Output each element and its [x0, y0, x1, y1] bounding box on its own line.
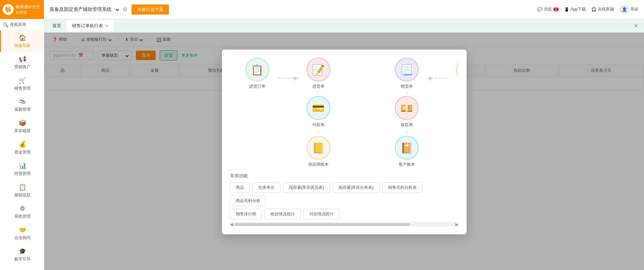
sidebar-logo: 畅 畅康通好生意 标准版 [0, 0, 44, 19]
content-area: ❓ 帮助 🖨 按模板打印 ⬆ 导出 🔄 刷新 [44, 33, 644, 270]
sidebar-item-enterprise[interactable]: 🤝 企业协同 [0, 223, 44, 244]
avatar-icon: 👤 [622, 7, 627, 12]
clipboard-icon: 📋 [19, 183, 26, 191]
supplier-ledger-icon: 📒 [307, 136, 330, 160]
money-icon: 💰 [19, 141, 26, 148]
sidebar-nav: 🏠 快捷导航 📢 营销推广 🛒 销售管理 🛍 采购管理 📦 库存核算 💰 [0, 31, 44, 270]
topbar: 装备及固定资产辅助管理系统 ⚙ 体验行业方案 💬 消息 5 📱 App下载 🎧 [44, 0, 644, 19]
sales-order-icon: 🗒 [456, 58, 458, 82]
tab-home[interactable]: 首页 [47, 20, 67, 32]
common-buttons-row1: 商品 往来单位 现存量(库存状况表) 现存量(库存分布表) 销售毛利分析表 商品… [230, 182, 458, 206]
bag-icon: 🛍 [19, 98, 25, 105]
common-btn-inventory-dist[interactable]: 现存量(库存分布表) [333, 182, 380, 193]
avatar: 👤 [620, 5, 629, 14]
system-dropdown[interactable] [116, 8, 119, 11]
user-action[interactable]: 👤 用友 [620, 5, 639, 14]
sidebar-item-operations[interactable]: 📊 经营管理 [0, 159, 44, 180]
sidebar-item-sales[interactable]: 🛒 销售管理 [0, 73, 44, 95]
spacer-4 [339, 128, 386, 134]
flow-item-purchase-order[interactable]: 📋 进货订单 [237, 58, 278, 89]
home-icon: 🏠 [19, 34, 26, 41]
cart-icon: 🛒 [19, 77, 26, 84]
payment-icon: 💳 [307, 96, 330, 120]
sidebar-item-marketing[interactable]: 📢 营销推广 [0, 52, 44, 73]
down-arrow-payment: ↓ [298, 128, 339, 134]
flow-item-customer-ledger[interactable]: 📔 客户账本 [386, 136, 427, 167]
common-functions: 常用功能 商品 往来单位 现存量(库存状况表) 现存量(库存分布表) 销售毛利分… [230, 173, 458, 219]
service-icon: 🎧 [591, 7, 596, 12]
purchase-bill-icon: 📝 [307, 58, 330, 82]
sidebar-item-quick-nav[interactable]: 🏠 快捷导航 [0, 31, 44, 52]
chart-icon: 📊 [19, 162, 26, 169]
down-arrow-purchase: ↓ [298, 89, 339, 95]
chevron-down-icon [116, 8, 119, 11]
graduation-icon: 🎓 [19, 248, 26, 255]
system-title: 装备及固定资产辅助管理系统 [50, 6, 111, 13]
customer-ledger-icon: 📔 [395, 136, 419, 160]
scroll-left-arrow[interactable]: ◀ [230, 222, 233, 227]
tab-close-icon[interactable]: ✕ [105, 23, 108, 28]
sidebar-item-basic-info[interactable]: 📋 基础信息 [0, 180, 44, 201]
trial-button[interactable]: 体验行业方案 [132, 4, 169, 15]
sidebar-item-newbie[interactable]: 🎓 新手引导 [0, 244, 44, 266]
online-service-action[interactable]: 🎧 在线客服 [591, 6, 614, 12]
sidebar-search[interactable]: 🔍 搜索菜单 [0, 19, 44, 31]
spacer-purchase-order [237, 89, 278, 95]
scroll-thumb [234, 223, 410, 226]
gear-icon: ⚙ [20, 205, 25, 212]
box-icon: 📦 [19, 119, 26, 127]
common-btn-product-margin[interactable]: 商品毛利分析 [230, 196, 266, 206]
flow-item-payment[interactable]: 💳 付款单 [298, 96, 339, 128]
flow-modal: 📋 进货订单 ▶ [222, 50, 467, 234]
common-buttons-row2: 销售排行榜 收款情况统计 付款情况统计 [230, 209, 458, 219]
common-btn-inventory-status[interactable]: 现存量(库存状况表) [283, 182, 330, 193]
modal-scroll: 📋 进货订单 ▶ [230, 58, 458, 219]
megaphone-icon: 📢 [19, 55, 26, 63]
flow-item-receipt[interactable]: 💴 收款单 [386, 96, 427, 128]
spacer-3 [339, 96, 386, 128]
sales-bill-icon: 📃 [395, 58, 419, 82]
arrow-sales-order-to-bill: ◀ [427, 75, 448, 81]
common-btn-receipt-stats[interactable]: 收款情况统计 [265, 209, 301, 219]
modal-horizontal-scrollbar[interactable]: ◀ ▶ [230, 222, 458, 226]
handshake-icon: 🤝 [19, 226, 26, 234]
tab-sales-order-exec[interactable]: 销售订单执行表 ✕ [67, 20, 114, 32]
message-icon: 💬 [537, 7, 542, 12]
flow-item-supplier-ledger[interactable]: 📒 供应商账本 [298, 136, 339, 167]
common-btn-sales-margin[interactable]: 销售毛利分析表 [382, 182, 422, 193]
down-arrow-sales: ↓ [386, 89, 427, 95]
app-download-action[interactable]: 📱 App下载 [564, 6, 586, 12]
sidebar-item-purchase[interactable]: 🛍 采购管理 [0, 95, 44, 116]
window-close-icon[interactable]: ✕ [631, 19, 641, 32]
main-content: 装备及固定资产辅助管理系统 ⚙ 体验行业方案 💬 消息 5 📱 App下载 🎧 [44, 0, 644, 270]
common-btn-sales-ranking[interactable]: 销售排行榜 [230, 209, 262, 219]
message-action[interactable]: 💬 消息 5 [537, 6, 559, 12]
search-icon: 🔍 [3, 22, 8, 28]
spacer-arrow1 [278, 89, 298, 95]
common-btn-products[interactable]: 商品 [230, 182, 250, 193]
common-btn-partner[interactable]: 往来单位 [253, 182, 280, 193]
receipt-icon: 💴 [395, 96, 419, 120]
sidebar-item-inventory[interactable]: 📦 库存核算 [0, 116, 44, 137]
spacer-5 [339, 136, 386, 167]
sidebar-item-system[interactable]: ⚙ 系统管理 [0, 201, 44, 223]
topbar-actions: 💬 消息 5 📱 App下载 🎧 在线客服 👤 用友 [537, 5, 639, 14]
tabbar: 首页 销售订单执行表 ✕ ✕ [44, 19, 644, 33]
settings-icon[interactable]: ⚙ [123, 6, 127, 13]
flow-item-sales-bill[interactable]: 📃 销货单 [386, 58, 427, 89]
down-arrow-receipt: ↓ [386, 128, 427, 134]
spacer-2 [339, 89, 386, 95]
sidebar: 畅 畅康通好生意 标准版 🔍 搜索菜单 🏠 快捷导航 📢 营销推广 🛒 销售管理 [0, 0, 44, 270]
common-functions-title: 常用功能 [230, 173, 458, 179]
purchase-order-icon: 📋 [245, 58, 269, 82]
flow-item-sales-order[interactable]: 🗒 销售订单 [448, 58, 458, 89]
download-icon: 📱 [564, 7, 569, 12]
flow-item-purchase-bill[interactable]: 📝 进货单 [298, 58, 339, 89]
logo-icon: 畅 [3, 4, 14, 15]
scroll-right-arrow[interactable]: ▶ [455, 222, 458, 227]
message-badge: 5 [553, 7, 559, 11]
logo-text: 畅康通好生意 标准版 [16, 4, 40, 15]
arrow-purchase-order-to-bill: ▶ [278, 75, 298, 81]
common-btn-payment-stats[interactable]: 付款情况统计 [303, 209, 340, 219]
sidebar-item-finance[interactable]: 💰 资金管理 [0, 137, 44, 159]
